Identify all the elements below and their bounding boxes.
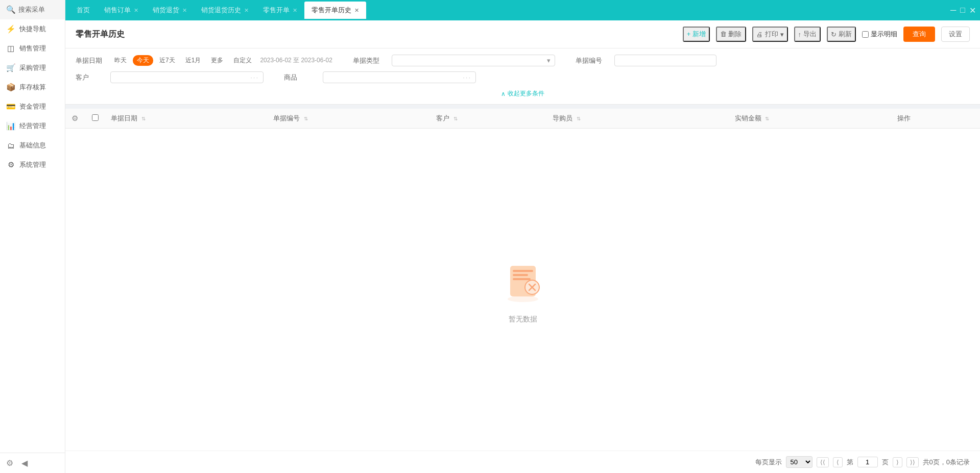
page-size-select[interactable]: 10 20 50 100 bbox=[786, 456, 812, 468]
tab-sales-order[interactable]: 销售订单 ✕ bbox=[97, 2, 146, 19]
tab-close-retail-open-history[interactable]: ✕ bbox=[354, 7, 359, 14]
delete-button[interactable]: 🗑 删除 bbox=[716, 27, 746, 42]
search-nav-item[interactable]: 🔍 搜索采单 bbox=[0, 0, 65, 19]
next-page-button[interactable]: ⟩ bbox=[893, 457, 902, 467]
sidebar-item-label: 资金管理 bbox=[19, 102, 46, 111]
page-title: 零售开单历史 bbox=[76, 29, 125, 40]
sort-guide-icon[interactable]: ⇅ bbox=[577, 116, 581, 121]
pagination: 每页显示 10 20 50 100 ⟨⟨ ⟨ 第 1 页 ⟩ ⟩⟩ 共0页，0条… bbox=[65, 451, 980, 473]
sidebar-item-sys-mgmt[interactable]: ⚙ 系统管理 bbox=[0, 155, 65, 175]
th-number[interactable]: 单据编号 ⇅ bbox=[267, 109, 429, 129]
date-opt-1month[interactable]: 近1月 bbox=[181, 55, 205, 66]
table-gear-icon[interactable]: ⚙ bbox=[71, 114, 78, 122]
tab-retail-open-label: 零售开单 bbox=[263, 6, 290, 15]
tab-close-sales-return-history[interactable]: ✕ bbox=[244, 7, 249, 14]
tab-close-sales-return[interactable]: ✕ bbox=[182, 7, 187, 14]
goods-input-wrap: ··· bbox=[323, 71, 476, 83]
add-button[interactable]: + 新增 bbox=[683, 27, 710, 42]
sales-mgmt-icon: ◫ bbox=[6, 44, 15, 53]
display-detail-toggle[interactable]: 显示明细 bbox=[862, 30, 897, 39]
filter-row-date: 单据日期 昨天 今天 近7天 近1月 更多 自定义 2023-06-02 至 2… bbox=[76, 55, 970, 66]
search-icon: 🔍 bbox=[6, 5, 15, 14]
sort-customer-icon[interactable]: ⇅ bbox=[453, 116, 458, 121]
th-amount[interactable]: 实销金额 ⇅ bbox=[729, 109, 891, 129]
date-options: 昨天 今天 近7天 近1月 更多 自定义 bbox=[110, 55, 256, 66]
current-page-input[interactable]: 1 bbox=[857, 457, 878, 467]
sidebar-item-base-info[interactable]: 🗂 基础信息 bbox=[0, 136, 65, 155]
display-detail-checkbox[interactable] bbox=[862, 31, 869, 38]
tab-sales-return[interactable]: 销货退货 ✕ bbox=[146, 2, 194, 19]
th-date[interactable]: 单据日期 ⇅ bbox=[105, 109, 267, 129]
tab-close-retail-open[interactable]: ✕ bbox=[293, 7, 297, 14]
date-opt-custom[interactable]: 自定义 bbox=[229, 55, 256, 66]
th-guide[interactable]: 导购员 ⇅ bbox=[546, 109, 686, 129]
sidebar-item-finance[interactable]: 💳 资金管理 bbox=[0, 97, 65, 116]
page-size-label: 每页显示 bbox=[755, 458, 782, 467]
collapse-sidebar-icon[interactable]: ◀ bbox=[21, 458, 28, 468]
tab-retail-open[interactable]: 零售开单 ✕ bbox=[256, 2, 304, 19]
date-filter-label: 单据日期 bbox=[76, 56, 106, 65]
type-select[interactable]: ▾ bbox=[392, 55, 555, 66]
sidebar-item-label: 库存核算 bbox=[19, 83, 46, 92]
refresh-icon: ↻ bbox=[831, 31, 836, 38]
sidebar-bottom: ⚙ ◀ bbox=[0, 453, 65, 473]
th-customer[interactable]: 客户 ⇅ bbox=[430, 109, 546, 129]
th-actions: 操作 bbox=[891, 109, 980, 129]
tab-sales-return-history[interactable]: 销货退货历史 ✕ bbox=[194, 2, 256, 19]
sidebar-item-label: 采购管理 bbox=[19, 63, 46, 72]
window-maximize-icon[interactable]: □ bbox=[960, 6, 965, 15]
customer-input[interactable] bbox=[115, 73, 248, 81]
query-button[interactable]: 查询 bbox=[903, 27, 935, 42]
filter-row-customer: 客户 ··· 商品 ··· bbox=[76, 71, 970, 83]
refresh-button[interactable]: ↻ 刷新 bbox=[827, 27, 856, 42]
sidebar-item-operations[interactable]: 📊 经营管理 bbox=[0, 116, 65, 136]
collapse-bar[interactable]: ∧ 收起更多条件 bbox=[76, 88, 970, 100]
number-filter-group: 单据编号 bbox=[576, 55, 716, 66]
window-close-icon[interactable]: ✕ bbox=[969, 6, 976, 15]
number-input[interactable] bbox=[619, 57, 712, 64]
print-icon: 🖨 bbox=[756, 31, 763, 38]
sort-date-icon[interactable]: ⇅ bbox=[141, 116, 146, 121]
svg-rect-3 bbox=[513, 274, 528, 276]
empty-state: 暂无数据 bbox=[65, 129, 980, 451]
print-label: 打印 bbox=[765, 30, 778, 39]
goods-dots-icon[interactable]: ··· bbox=[463, 73, 471, 81]
tab-home[interactable]: 首页 bbox=[69, 2, 97, 19]
th-number-label: 单据编号 bbox=[273, 114, 300, 122]
date-opt-yesterday[interactable]: 昨天 bbox=[110, 55, 131, 66]
settings-button[interactable]: 设置 bbox=[941, 27, 970, 42]
page-actions: + 新增 🗑 删除 🖨 打印 ▾ ↑ 导出 ↻ 刷新 显示明细 bbox=[683, 27, 970, 42]
sidebar-item-sales-mgmt[interactable]: ◫ 销售管理 bbox=[0, 39, 65, 58]
sort-number-icon[interactable]: ⇅ bbox=[304, 116, 308, 121]
sidebar-item-purchase-mgmt[interactable]: 🛒 采购管理 bbox=[0, 58, 65, 78]
prev-page-button[interactable]: ⟨ bbox=[833, 457, 843, 467]
tab-close-sales-order[interactable]: ✕ bbox=[134, 7, 138, 14]
sidebar-item-inventory[interactable]: 📦 库存核算 bbox=[0, 78, 65, 97]
tab-retail-open-history[interactable]: 零售开单历史 ✕ bbox=[304, 2, 366, 19]
customer-dots-icon[interactable]: ··· bbox=[250, 73, 259, 81]
total-text: 共0页，0条记录 bbox=[923, 458, 970, 467]
sidebar-item-quick-nav[interactable]: ⚡ 快捷导航 bbox=[0, 19, 65, 39]
number-filter-label: 单据编号 bbox=[576, 56, 606, 65]
print-button[interactable]: 🖨 打印 ▾ bbox=[752, 27, 788, 42]
goods-filter-group: 商品 ··· bbox=[284, 71, 476, 83]
th-guide-label: 导购员 bbox=[553, 114, 572, 122]
goods-input[interactable] bbox=[327, 73, 461, 81]
sidebar-item-label: 经营管理 bbox=[19, 121, 46, 131]
tab-home-label: 首页 bbox=[77, 6, 90, 15]
first-page-button[interactable]: ⟨⟨ bbox=[817, 457, 829, 467]
date-opt-more[interactable]: 更多 bbox=[207, 55, 227, 66]
svg-rect-4 bbox=[513, 278, 531, 280]
settings-bottom-icon[interactable]: ⚙ bbox=[6, 458, 13, 468]
tabs-bar: 首页 销售订单 ✕ 销货退货 ✕ 销货退货历史 ✕ 零售开单 ✕ 零售开单历史 … bbox=[65, 0, 980, 20]
sort-amount-icon[interactable]: ⇅ bbox=[765, 116, 769, 121]
window-minimize-icon[interactable]: ─ bbox=[950, 6, 956, 15]
th-spacer bbox=[686, 109, 728, 129]
export-button[interactable]: ↑ 导出 bbox=[794, 27, 821, 42]
select-all-checkbox[interactable] bbox=[92, 114, 99, 121]
date-opt-7days[interactable]: 近7天 bbox=[155, 55, 179, 66]
date-opt-today[interactable]: 今天 bbox=[133, 55, 153, 66]
export-icon: ↑ bbox=[798, 31, 802, 38]
last-page-button[interactable]: ⟩⟩ bbox=[906, 457, 919, 467]
page-label: 第 bbox=[847, 458, 853, 467]
